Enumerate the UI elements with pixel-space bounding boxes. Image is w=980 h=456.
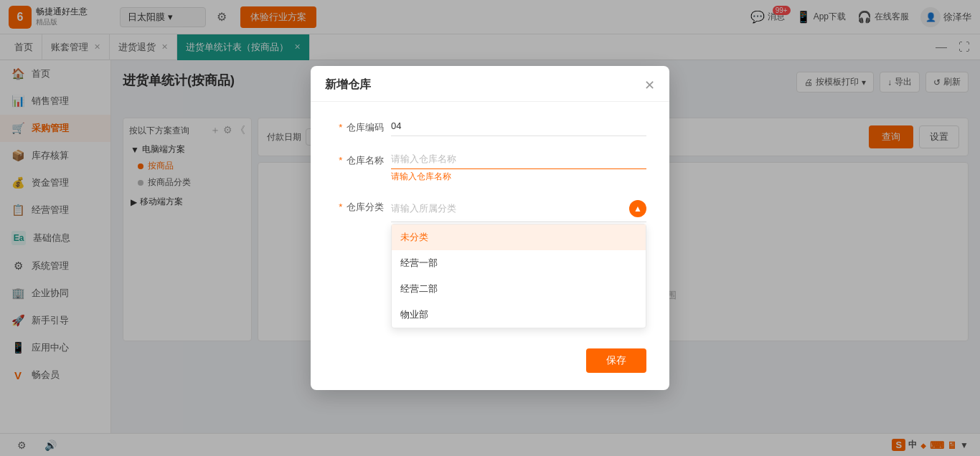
category-input-wrap: 请输入所属分类 ▲ 未分类 经营一部 经营二部 物业部 bbox=[391, 196, 646, 222]
required-star: * bbox=[339, 122, 342, 133]
dropdown-item-dept2[interactable]: 经营二部 bbox=[392, 276, 646, 302]
category-row: * 仓库分类 请输入所属分类 ▲ 未分类 经营一部 经营二部 物业部 bbox=[334, 196, 646, 222]
dialog-body: * 仓库编码 * 仓库名称 请输入仓库名称 * 仓库分类 bbox=[311, 102, 669, 234]
name-label: * 仓库名称 bbox=[334, 149, 391, 167]
dropdown-item-unclassified[interactable]: 未分类 bbox=[392, 224, 646, 250]
dropdown-item-dept1[interactable]: 经营一部 bbox=[392, 250, 646, 276]
dialog-close-button[interactable]: ✕ bbox=[644, 79, 655, 92]
code-row: * 仓库编码 bbox=[334, 116, 646, 136]
required-star-cat: * bbox=[339, 201, 342, 212]
category-placeholder: 请输入所属分类 bbox=[391, 202, 456, 215]
dialog-header: 新增仓库 ✕ bbox=[311, 66, 669, 102]
category-dropdown-menu: 未分类 经营一部 经营二部 物业部 bbox=[391, 224, 646, 328]
add-warehouse-dialog: 新增仓库 ✕ * 仓库编码 * 仓库名称 请输入仓库名称 bbox=[311, 66, 669, 390]
name-row: * 仓库名称 请输入仓库名称 bbox=[334, 149, 646, 183]
code-input[interactable] bbox=[391, 116, 646, 136]
dialog-footer: 保存 bbox=[311, 348, 669, 373]
code-label: * 仓库编码 bbox=[334, 116, 391, 134]
save-button[interactable]: 保存 bbox=[586, 348, 646, 373]
name-input-wrap: 请输入仓库名称 bbox=[391, 149, 646, 183]
code-input-wrap bbox=[391, 116, 646, 136]
dialog-title: 新增仓库 bbox=[325, 77, 371, 92]
required-star-name: * bbox=[339, 155, 342, 166]
name-input[interactable] bbox=[391, 149, 646, 169]
category-label: * 仓库分类 bbox=[334, 196, 391, 214]
dropdown-item-dept3[interactable]: 物业部 bbox=[392, 302, 646, 328]
category-dropdown-trigger[interactable]: 请输入所属分类 ▲ bbox=[391, 196, 646, 222]
category-dropdown-arrow[interactable]: ▲ bbox=[629, 200, 646, 217]
name-error-msg: 请输入仓库名称 bbox=[391, 171, 646, 183]
